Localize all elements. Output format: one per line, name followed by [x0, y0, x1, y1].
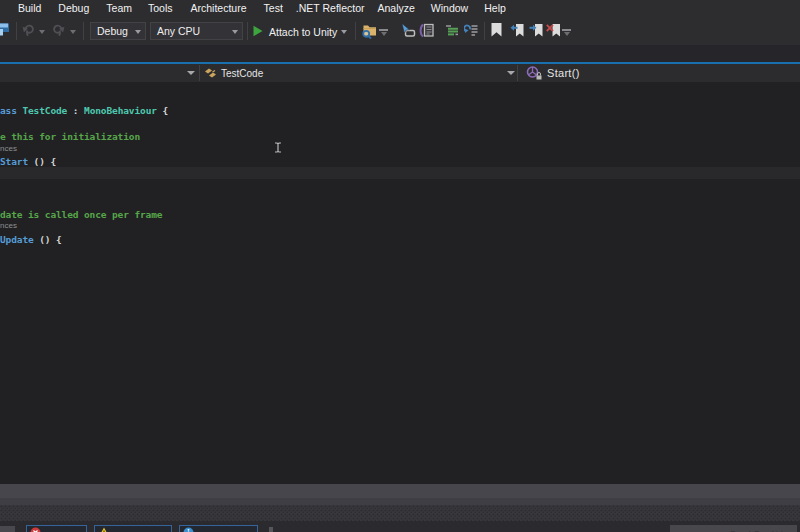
type-dropdown-value: TestCode — [221, 68, 263, 79]
toolbar-overflow-icon[interactable] — [562, 29, 571, 36]
filter-button-info[interactable] — [179, 525, 258, 532]
chevron-down-icon — [70, 30, 76, 34]
filter-button-warning[interactable] — [94, 525, 172, 532]
codelens-references[interactable]: nces — [0, 221, 17, 231]
chevron-down-icon — [232, 30, 238, 34]
scrollbar-track-lower — [0, 498, 800, 505]
toolbar-separator — [484, 22, 485, 40]
attach-dropdown-button[interactable] — [341, 30, 347, 34]
horizontal-scrollbar[interactable] — [0, 484, 800, 505]
chevron-down-icon — [187, 71, 195, 75]
toolbar-separator — [355, 22, 356, 40]
error-icon — [30, 527, 41, 532]
member-dropdown-value: Start() — [547, 67, 580, 79]
chevron-down-icon — [507, 71, 515, 75]
solution-platform-combo[interactable]: Any CPU — [150, 22, 243, 40]
overflow-bar — [562, 29, 571, 31]
visual-studio-window: BuildDebugTeamToolsArchitectureTest.NET … — [0, 0, 800, 532]
redo-dropdown-button[interactable] — [70, 30, 76, 34]
menu-item-debug[interactable]: Debug — [50, 0, 98, 17]
toolbar-separator — [83, 22, 84, 40]
menu-item-help[interactable]: Help — [476, 0, 515, 17]
current-line-highlight — [0, 167, 800, 179]
info-icon — [183, 527, 194, 532]
next-bookmark-icon[interactable] — [529, 23, 543, 37]
code-editor[interactable]: ass TestCode : MonoBehaviour {e this for… — [0, 82, 800, 484]
redo-icon[interactable] — [52, 23, 65, 36]
navigation-bar: TestCode Start() — [0, 64, 800, 82]
warning-icon — [98, 527, 110, 532]
menu-item-window[interactable]: Window — [422, 0, 476, 17]
scope-dropdown-stub[interactable] — [0, 526, 15, 532]
solution-configuration-value: Debug — [97, 25, 128, 37]
undo-dropdown-button[interactable] — [39, 30, 45, 34]
chevron-down-icon — [341, 30, 347, 34]
overflow-bar — [379, 29, 388, 31]
menu-bar: BuildDebugTeamToolsArchitectureTest.NET … — [0, 0, 800, 17]
partial-save-icon[interactable] — [0, 22, 11, 37]
error-list-title-grip[interactable] — [0, 505, 800, 521]
text-ibeam-cursor — [274, 142, 282, 153]
clear-bookmarks-icon[interactable] — [546, 23, 560, 37]
uncomment-icon[interactable] — [464, 23, 479, 38]
solution-configuration-combo[interactable]: Debug — [90, 22, 146, 40]
menu-item-team[interactable]: Team — [98, 0, 141, 17]
solution-platform-value: Any CPU — [157, 25, 200, 37]
type-dropdown[interactable]: TestCode — [200, 64, 517, 82]
error-list-toolbar: Search Error List — [0, 521, 800, 532]
project-dropdown[interactable] — [0, 64, 199, 82]
error-list-search-input[interactable]: Search Error List — [670, 525, 797, 532]
toolbar: Debug Any CPU Attach to Unity — [0, 17, 800, 45]
chevron-down-icon — [135, 30, 141, 34]
toolbar-separator — [16, 22, 17, 40]
chevron-down-icon — [564, 32, 570, 36]
menu-item-build[interactable]: Build — [10, 0, 50, 17]
comment-icon[interactable] — [445, 23, 460, 38]
filter-button-error[interactable] — [26, 525, 87, 532]
toolbar-separator — [247, 22, 248, 40]
member-dropdown[interactable]: Start() — [518, 64, 800, 82]
attach-play-icon[interactable] — [252, 25, 264, 37]
menu-item-architecture[interactable]: Architecture — [182, 0, 255, 17]
attach-to-unity-button[interactable]: Attach to Unity — [269, 26, 337, 38]
menu-item-tools[interactable]: Tools — [140, 0, 182, 17]
undo-icon[interactable] — [22, 23, 35, 36]
code-line: date is called once per frame — [0, 208, 162, 221]
parameter-info-icon[interactable] — [419, 23, 434, 38]
menu-item-analyze[interactable]: Analyze — [369, 0, 423, 17]
code-line: Update () { — [0, 233, 62, 246]
menu-item-test[interactable]: Test — [255, 0, 291, 17]
code-line: Start () { — [0, 155, 56, 168]
class-icon — [204, 67, 218, 80]
chevron-down-icon — [39, 30, 45, 34]
toggle-bookmark-icon[interactable] — [491, 23, 502, 37]
code-line: e this for initialization — [0, 130, 140, 143]
find-in-files-icon[interactable] — [362, 23, 378, 39]
menu-item-netreflector[interactable]: .NET Reflector — [287, 0, 373, 17]
chevron-down-icon — [381, 32, 387, 36]
previous-bookmark-icon[interactable] — [510, 23, 524, 37]
list-members-icon[interactable] — [401, 23, 416, 38]
toolbar-grip-stub — [269, 527, 273, 532]
codelens-references[interactable]: nces — [0, 144, 17, 154]
document-tab-strip — [0, 45, 800, 62]
method-private-icon — [526, 66, 543, 81]
code-line: ass TestCode : MonoBehaviour { — [0, 104, 168, 117]
toolbar-overflow-icon[interactable] — [379, 29, 388, 36]
